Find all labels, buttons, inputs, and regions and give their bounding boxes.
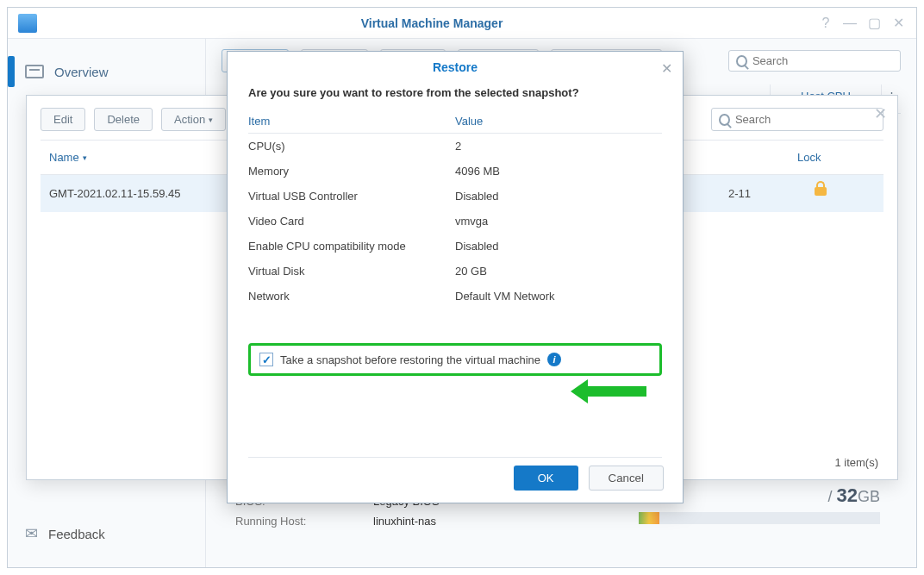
table-row: Virtual USB ControllerDisabled (248, 184, 662, 209)
dialog-question: Are you sure you want to restore from th… (248, 86, 662, 99)
dialog-table-header: Item Value (248, 109, 662, 134)
close-icon[interactable]: ✕ (890, 16, 906, 30)
memory-total: / 32GB (827, 484, 880, 507)
item-count: 1 item(s) (834, 456, 878, 469)
table-row: Memory4096 MB (248, 159, 662, 184)
item-label: Virtual Disk (248, 265, 455, 278)
item-value: vmvga (455, 215, 662, 228)
snapshot-date-fragment: 2-11 (720, 182, 789, 205)
cancel-button[interactable]: Cancel (589, 466, 665, 491)
dialog-title: Restore (228, 52, 683, 83)
sidebar-active-indicator (8, 56, 15, 87)
item-value: 20 GB (455, 265, 662, 278)
restore-dialog: Restore ✕ Are you sure you want to resto… (227, 51, 684, 503)
checkbox-icon: ✓ (259, 353, 273, 366)
item-value: 4096 MB (455, 165, 662, 178)
item-label: CPU(s) (248, 140, 455, 153)
memory-bar (639, 512, 880, 524)
item-value: 2 (455, 140, 662, 153)
divider (248, 457, 662, 458)
edit-button[interactable]: Edit (41, 108, 85, 131)
titlebar: Virtual Machine Manager ? — ▢ ✕ (8, 8, 916, 39)
item-value: Default VM Network (455, 290, 662, 303)
search-icon (736, 55, 747, 67)
chevron-down-icon: ▾ (209, 116, 213, 124)
running-host-value: linuxhint-nas (373, 515, 436, 528)
item-label: Memory (248, 165, 455, 178)
snapshot-before-restore-checkbox[interactable]: ✓ Take a snapshot before restoring the v… (248, 343, 662, 376)
col-value: Value (455, 115, 662, 128)
sidebar-item-overview[interactable]: Overview (22, 58, 112, 86)
table-row: Video Cardvmvga (248, 209, 662, 234)
running-host-label: Running Host: (235, 515, 373, 528)
item-label: Network (248, 290, 455, 303)
envelope-icon: ✉ (25, 524, 38, 543)
ok-button[interactable]: OK (514, 466, 578, 491)
delete-button[interactable]: Delete (94, 108, 153, 131)
search-field[interactable] (711, 108, 883, 131)
table-row: Enable CPU compatibility modeDisabled (248, 234, 662, 259)
item-value: Disabled (455, 190, 662, 203)
search-field[interactable] (728, 50, 901, 72)
item-value: Disabled (455, 240, 662, 253)
minimize-icon[interactable]: — (842, 16, 858, 30)
search-input[interactable] (735, 113, 876, 126)
sidebar-item-label: Overview (54, 65, 109, 79)
overview-icon (25, 65, 44, 78)
search-icon (719, 114, 730, 126)
action-button[interactable]: Action▾ (161, 108, 226, 131)
lock-cell (789, 182, 883, 205)
table-row: NetworkDefault VM Network (248, 284, 662, 309)
help-icon[interactable]: ? (818, 16, 833, 30)
lock-icon (815, 187, 827, 196)
annotation-arrow (586, 386, 646, 397)
item-label: Virtual USB Controller (248, 190, 455, 203)
maximize-icon[interactable]: ▢ (866, 16, 882, 30)
item-label: Enable CPU compatibility mode (248, 240, 455, 253)
table-row: Virtual Disk20 GB (248, 259, 662, 284)
info-icon[interactable]: i (547, 353, 561, 366)
sidebar-item-label: Feedback (48, 527, 105, 541)
checkbox-label: Take a snapshot before restoring the vir… (280, 353, 540, 366)
close-icon[interactable]: ✕ (661, 60, 672, 77)
search-input[interactable] (752, 54, 893, 67)
app-icon (18, 14, 37, 33)
table-row: CPU(s)2 (248, 134, 662, 159)
col-item: Item (248, 115, 455, 128)
close-icon[interactable]: ✕ (874, 104, 887, 123)
col-lock[interactable]: Lock (789, 146, 883, 169)
app-title: Virtual Machine Manager (46, 16, 818, 30)
sidebar-item-feedback[interactable]: ✉ Feedback (22, 517, 191, 550)
item-label: Video Card (248, 215, 455, 228)
chevron-down-icon: ▾ (83, 153, 87, 162)
